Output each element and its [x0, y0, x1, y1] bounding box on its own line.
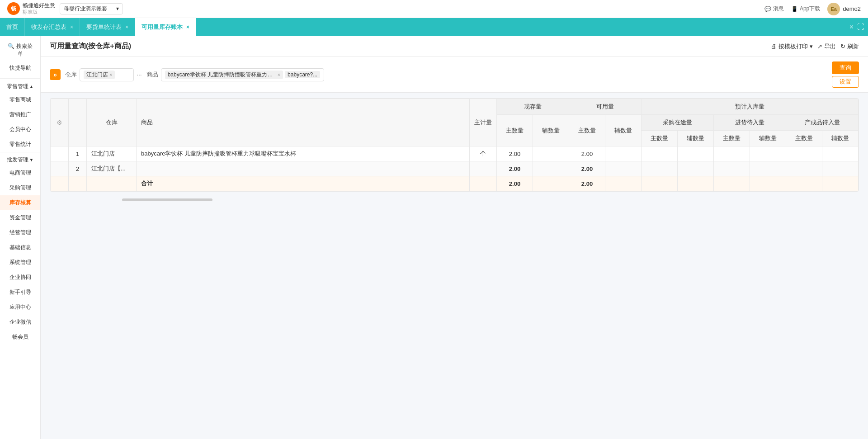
tab-order-stats[interactable]: 要货单统计表 ×	[80, 18, 135, 36]
top-bar-right: 💬 消息 📱 App下载 Ea demo2	[764, 3, 861, 15]
th-unit: 主计量	[470, 99, 497, 146]
refresh-button[interactable]: ↻ 刷新	[840, 42, 859, 51]
table-row: 2 江北门店【... 2.00 2.00	[51, 161, 859, 176]
cell-gear-2	[51, 161, 69, 176]
sidebar-item-app-center[interactable]: 应用中心	[0, 300, 40, 315]
query-button[interactable]: 查询	[832, 61, 859, 74]
th-purchase-in-transit: 采购在途量	[642, 115, 714, 131]
cell-no-2: 2	[69, 161, 87, 176]
settings-button[interactable]: 设置	[832, 76, 859, 88]
sidebar-item-retail-stats[interactable]: 零售统计	[0, 137, 40, 152]
summary-label: 合计	[137, 176, 470, 191]
chevron-down-icon: ▾	[116, 5, 119, 12]
sidebar-item-member-center[interactable]: 会员中心	[0, 122, 40, 137]
product-input[interactable]: babycare学饮杯 儿童防摔防撞吸管杯重力球吸嘴杯宝宝水杯 × babyca…	[161, 68, 324, 81]
sidebar-item-system[interactable]: 系统管理	[0, 255, 40, 270]
cell-goods-main-2	[714, 161, 750, 176]
page-actions: 🖨 按模板打印 ▾ ↗ 导出 ↻ 刷新	[771, 42, 859, 51]
sidebar-quick-nav[interactable]: 快捷导航	[2, 61, 38, 75]
tab-close-all-button[interactable]: ×	[849, 23, 854, 31]
sidebar-search[interactable]: 🔍 搜索菜单	[2, 40, 38, 61]
warehouse-filter-more[interactable]: ···	[137, 71, 142, 78]
cell-product-2	[137, 161, 470, 176]
summary-current-aux	[533, 176, 569, 191]
template-print-button[interactable]: 🖨 按模板打印 ▾	[771, 42, 813, 51]
content-area: 可用量查询(按仓库+商品) 🖨 按模板打印 ▾ ↗ 导出 ↻ 刷新	[41, 36, 868, 439]
sidebar-item-retail-mgmt[interactable]: 零售管理 ▲	[0, 79, 40, 92]
sidebar: 🔍 搜索菜单 快捷导航 零售管理 ▲ 零售商城 营销推广 会员中心 零售统计 批…	[0, 36, 41, 439]
cell-purchase-aux-1	[678, 146, 714, 161]
message-icon: 💬	[764, 6, 771, 12]
footer-scroll	[41, 197, 868, 203]
sidebar-item-marketing[interactable]: 营销推广	[0, 107, 40, 122]
tab-receive-summary[interactable]: 收发存汇总表 ×	[25, 18, 80, 36]
product-tag-close-0[interactable]: ×	[278, 72, 280, 77]
summary-purchase-aux	[678, 176, 714, 191]
summary-product-main	[786, 176, 822, 191]
avatar: Ea	[827, 3, 840, 15]
cell-available-main-1: 2.00	[569, 146, 605, 161]
sidebar-group-retail: 零售管理 ▲	[0, 79, 40, 92]
warehouse-tag-close-0[interactable]: ×	[109, 72, 112, 77]
message-button[interactable]: 💬 消息	[764, 5, 784, 13]
tab-available-stock[interactable]: 可用量库存账本 ×	[135, 18, 196, 36]
filter-bar: » 仓库 江北门店 × ··· 商品 babycare学饮杯 儿童防摔防撞吸管杯…	[41, 57, 868, 93]
sidebar-group-wholesale: 批发管理 ▼	[0, 152, 40, 165]
cell-product-aux-1	[822, 146, 859, 161]
tab-bar-end: × ⛶	[849, 18, 868, 36]
brand-logo: 畅 畅捷通好生意 标准版	[7, 2, 55, 15]
sidebar-item-new-guide[interactable]: 新手引导	[0, 285, 40, 300]
cell-current-aux-1	[533, 146, 569, 161]
sidebar-item-enterprise-collab[interactable]: 企业协同	[0, 270, 40, 285]
horizontal-scrollbar[interactable]	[122, 198, 212, 201]
page-title: 可用量查询(按仓库+商品)	[50, 42, 131, 51]
tab-expand-button[interactable]: ⛶	[857, 23, 864, 31]
sidebar-item-enterprise-wechat[interactable]: 企业微信	[0, 315, 40, 330]
tab-close-order-stats[interactable]: ×	[125, 24, 128, 30]
th-available-aux: 辅数量	[605, 115, 642, 146]
sidebar-item-retail-mall[interactable]: 零售商城	[0, 92, 40, 107]
tab-home[interactable]: 首页	[0, 18, 25, 36]
cell-product-main-2	[786, 161, 822, 176]
sidebar-item-finance[interactable]: 资金管理	[0, 210, 40, 225]
warehouse-input[interactable]: 江北门店 ×	[80, 68, 134, 81]
cell-current-main-2: 2.00	[497, 161, 533, 176]
product-filter-group: 商品 babycare学饮杯 儿童防摔防撞吸管杯重力球吸嘴杯宝宝水杯 × bab…	[146, 68, 324, 81]
cell-available-aux-2	[605, 161, 642, 176]
filter-expand-button[interactable]: »	[50, 69, 61, 80]
app-download-button[interactable]: 📱 App下载	[791, 5, 820, 13]
gear-icon[interactable]: ⚙	[57, 119, 62, 126]
chevron-icon: ▲	[29, 84, 34, 89]
sidebar-item-ecommerce[interactable]: 电商管理	[0, 165, 40, 180]
cell-no-1: 1	[69, 146, 87, 161]
product-tag-0: babycare学饮杯 儿童防摔防撞吸管杯重力球吸嘴杯宝宝水杯 ×	[165, 71, 283, 79]
th-purchase-aux: 辅数量	[678, 131, 714, 146]
th-current-aux: 辅数量	[533, 115, 569, 146]
th-product-aux: 辅数量	[822, 131, 859, 146]
cell-product-main-1	[786, 146, 822, 161]
tab-close-available-stock[interactable]: ×	[186, 24, 189, 30]
summary-goods-aux	[750, 176, 786, 191]
tab-close-receive-summary[interactable]: ×	[70, 24, 73, 30]
sidebar-item-purchase[interactable]: 采购管理	[0, 180, 40, 195]
summary-product-aux	[822, 176, 859, 191]
top-bar: 畅 畅捷通好生意 标准版 母婴行业演示账套 ▾ 💬 消息 📱 App下载 Ea …	[0, 0, 868, 18]
summary-no	[69, 176, 87, 191]
printer-icon: 🖨	[771, 43, 777, 50]
sidebar-item-basic-info[interactable]: 基础信息	[0, 240, 40, 255]
th-goods-main: 主数量	[714, 131, 750, 146]
store-selector[interactable]: 母婴行业演示账套 ▾	[60, 3, 123, 14]
cell-warehouse-2: 江北门店【...	[87, 161, 137, 176]
refresh-icon: ↻	[840, 43, 845, 50]
sidebar-item-inventory-check[interactable]: 库存核算	[0, 195, 40, 210]
export-button[interactable]: ↗ 导出	[817, 42, 836, 51]
th-gear: ⚙	[51, 99, 69, 146]
product-label: 商品	[146, 71, 158, 79]
user-profile[interactable]: Ea demo2	[827, 3, 861, 15]
sidebar-item-member[interactable]: 畅会员	[0, 330, 40, 345]
product-tag-1: babycare?...	[285, 71, 320, 78]
cell-warehouse-1: 江北门店	[87, 146, 137, 161]
cell-goods-aux-1	[750, 146, 786, 161]
sidebar-item-operations[interactable]: 经营管理	[0, 225, 40, 240]
sidebar-item-wholesale-mgmt[interactable]: 批发管理 ▼	[0, 152, 40, 165]
